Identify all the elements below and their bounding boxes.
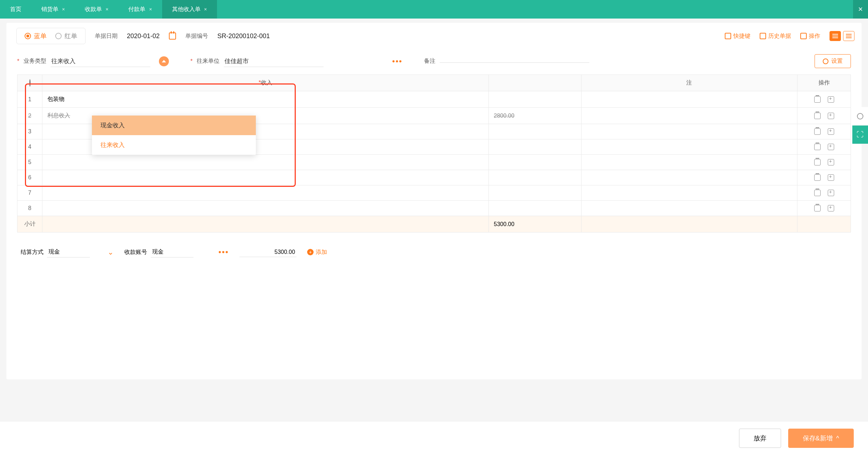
subtotal-amount: 5300.00 xyxy=(489,216,581,232)
view-list-button[interactable] xyxy=(830,31,841,41)
row-ops xyxy=(797,124,851,139)
add-row-icon[interactable] xyxy=(828,128,834,135)
row-number: 7 xyxy=(17,185,42,201)
row-amount[interactable] xyxy=(489,170,581,185)
row-amount[interactable] xyxy=(489,139,581,155)
more-icon[interactable]: ••• xyxy=(218,247,229,257)
date-value[interactable]: 2020-01-02 xyxy=(127,32,160,40)
required-mark: * xyxy=(17,58,19,65)
chevron-up-icon[interactable] xyxy=(159,56,169,66)
view-grid-button[interactable] xyxy=(843,31,854,41)
unit-label: 往来单位 xyxy=(197,57,219,65)
row-remark[interactable] xyxy=(581,124,797,139)
add-row-icon[interactable] xyxy=(828,190,834,196)
view-toggle xyxy=(830,31,854,41)
discard-button[interactable]: 放弃 xyxy=(739,429,781,448)
calendar-icon[interactable] xyxy=(169,32,176,40)
row-remark[interactable] xyxy=(581,201,797,216)
tab-other-income[interactable]: 其他收入单× xyxy=(162,0,217,19)
row-amount[interactable] xyxy=(489,124,581,139)
col-income: *收入 xyxy=(42,75,489,91)
tab-sales[interactable]: 销货单× xyxy=(31,0,75,19)
add-row-icon[interactable] xyxy=(828,113,834,119)
delete-row-icon[interactable] xyxy=(814,113,821,119)
row-number: 2 xyxy=(17,108,42,124)
add-row-icon[interactable] xyxy=(828,159,834,165)
delete-row-icon[interactable] xyxy=(814,96,821,103)
add-row-icon[interactable] xyxy=(828,205,834,211)
remark-label: 备注 xyxy=(424,57,435,65)
date-label: 单据日期 xyxy=(95,32,118,40)
unit-input[interactable]: 佳佳超市 xyxy=(224,56,324,67)
close-icon[interactable]: × xyxy=(62,6,65,12)
add-payment-button[interactable]: + 添加 xyxy=(307,249,327,256)
payment-row: 结算方式 现金 ⌄ 收款账号 现金 ••• 5300.00 + 添加 xyxy=(6,232,862,257)
expand-icon: ⛶ xyxy=(857,131,864,139)
table-row: 8 xyxy=(17,201,851,216)
row-name[interactable]: 包装物 xyxy=(42,91,489,108)
pay-method-value[interactable]: 现金 xyxy=(47,247,90,257)
more-icon[interactable]: ••• xyxy=(392,57,402,66)
row-remark[interactable] xyxy=(581,108,797,124)
close-icon[interactable]: × xyxy=(204,6,207,12)
col-op: 操作 xyxy=(797,75,851,91)
chevron-down-icon[interactable]: ⌄ xyxy=(108,248,114,256)
row-remark[interactable] xyxy=(581,155,797,170)
dropdown-option-arap[interactable]: 往来收入 xyxy=(92,135,256,155)
tab-home[interactable]: 首页 xyxy=(0,0,31,19)
delete-row-icon[interactable] xyxy=(814,159,821,165)
delete-row-icon[interactable] xyxy=(814,144,821,150)
delete-row-icon[interactable] xyxy=(814,128,821,135)
radio-red[interactable]: 红单 xyxy=(55,32,77,40)
biz-type-input[interactable]: 往来收入 xyxy=(51,56,150,67)
row-remark[interactable] xyxy=(581,139,797,155)
pay-account-value[interactable]: 现金 xyxy=(151,247,193,257)
tab-payment[interactable]: 付款单× xyxy=(118,0,162,19)
history-link[interactable]: 历史单据 xyxy=(760,32,791,40)
delete-row-icon[interactable] xyxy=(814,174,821,181)
delete-row-icon[interactable] xyxy=(814,205,821,211)
row-number: 1 xyxy=(17,91,42,108)
footer-actions: 放弃 保存&新增^ xyxy=(0,421,868,455)
dropdown-option-cash[interactable]: 现金收入 xyxy=(92,116,256,135)
add-row-icon[interactable] xyxy=(828,96,834,103)
save-and-new-button[interactable]: 保存&新增^ xyxy=(788,429,854,448)
expand-button[interactable]: ⛶ xyxy=(852,126,868,144)
tab-receipt[interactable]: 收款单× xyxy=(75,0,118,19)
row-amount[interactable] xyxy=(489,155,581,170)
row-amount[interactable] xyxy=(489,91,581,108)
doc-no-label: 单据编号 xyxy=(185,32,208,40)
row-name[interactable] xyxy=(42,155,489,170)
row-amount[interactable] xyxy=(489,201,581,216)
add-row-icon[interactable] xyxy=(828,174,834,181)
pay-account-label: 收款账号 xyxy=(124,249,147,256)
biz-type-label: 业务类型 xyxy=(24,57,46,65)
pay-amount-input[interactable]: 5300.00 xyxy=(239,247,296,257)
biz-type-dropdown: 现金收入 往来收入 xyxy=(92,116,256,155)
row-name[interactable] xyxy=(42,185,489,201)
remark-input[interactable] xyxy=(440,60,589,63)
table-config-header[interactable] xyxy=(17,75,42,91)
row-ops xyxy=(797,201,851,216)
close-panel-button[interactable]: × xyxy=(853,0,868,19)
row-name[interactable] xyxy=(42,170,489,185)
row-remark[interactable] xyxy=(581,91,797,108)
row-remark[interactable] xyxy=(581,170,797,185)
row-name[interactable] xyxy=(42,201,489,216)
delete-row-icon[interactable] xyxy=(814,190,821,196)
close-icon[interactable]: × xyxy=(105,6,108,12)
row-ops xyxy=(797,170,851,185)
form-row: * 业务类型 往来收入 * 往来单位 佳佳超市 ••• 备注 设置 xyxy=(6,48,862,75)
row-amount[interactable]: 2800.00 xyxy=(489,108,581,124)
shortcut-link[interactable]: 快捷键 xyxy=(725,32,750,40)
add-row-icon[interactable] xyxy=(828,144,834,150)
radio-blue[interactable]: 蓝单 xyxy=(25,32,47,40)
row-amount[interactable] xyxy=(489,185,581,201)
row-remark[interactable] xyxy=(581,185,797,201)
operate-link[interactable]: 操作 xyxy=(800,32,820,40)
table-row: 5 xyxy=(17,155,851,170)
settings-button[interactable]: 设置 xyxy=(815,54,851,68)
attachment-button[interactable] xyxy=(852,107,868,126)
remark-field: 备注 xyxy=(424,57,589,65)
close-icon[interactable]: × xyxy=(149,6,152,12)
